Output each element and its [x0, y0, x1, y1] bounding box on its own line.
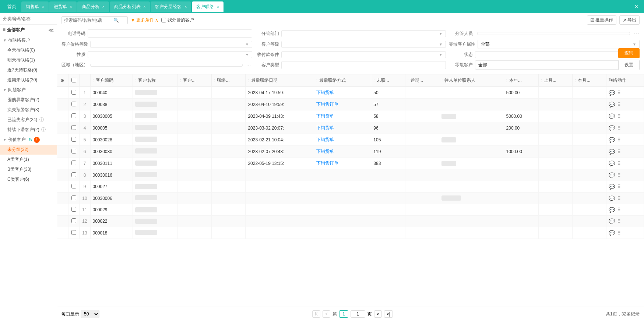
col-type[interactable]: :客户...: [177, 74, 211, 87]
method-link-6[interactable]: 下销售订单: [316, 160, 338, 166]
dots-icon[interactable]: ···: [634, 31, 640, 36]
row-checkbox-0[interactable]: [71, 90, 76, 95]
sidebar-item-today-pending[interactable]: 今天待联络(0): [0, 45, 57, 55]
last-page-button[interactable]: >|: [384, 310, 393, 318]
filter-scatter-attr-select[interactable]: 全部 ▼: [478, 40, 640, 49]
more-action-icon-6[interactable]: ⠿: [617, 160, 621, 166]
cell-checkbox-4[interactable]: [68, 134, 79, 146]
col-last-method[interactable]: :最后联络方式: [314, 74, 371, 87]
tab-product-analysis-list[interactable]: 商品分析列表 ×: [110, 1, 150, 12]
sidebar-item-overdue[interactable]: 逾期未联络(30): [0, 75, 57, 85]
tab-customer-contact-close[interactable]: ×: [217, 5, 219, 9]
more-action-icon-8[interactable]: ⠿: [617, 184, 621, 190]
cell-last-method-2[interactable]: 下销货单: [314, 110, 371, 122]
cell-checkbox-5[interactable]: [68, 146, 79, 158]
cell-last-method-9[interactable]: [314, 193, 371, 204]
method-link-2[interactable]: 下销货单: [316, 113, 334, 119]
row-checkbox-5[interactable]: [71, 149, 76, 154]
per-page-dropdown[interactable]: 50 100 200: [81, 310, 99, 318]
tab-customer-segment-close[interactable]: ×: [184, 5, 187, 9]
tab-purchase[interactable]: 进货单 ×: [49, 1, 77, 12]
sidebar-group-value[interactable]: ▼ 价值客户 ↻ !: [0, 135, 57, 145]
more-conditions-button[interactable]: ▼ 更多条件 ∧: [131, 17, 158, 23]
col-name[interactable]: :客户名称: [133, 74, 178, 87]
cell-last-method-7[interactable]: [314, 169, 371, 181]
cell-last-method-5[interactable]: 下销货单: [314, 146, 371, 158]
method-link-5[interactable]: 下销货单: [316, 149, 334, 154]
tab-customer-segment[interactable]: 客户分层经客 ×: [151, 1, 191, 12]
method-link-4[interactable]: 下销货单: [316, 137, 334, 142]
row-checkbox-4[interactable]: [71, 137, 76, 142]
tab-sales[interactable]: 销售单 ×: [21, 1, 49, 12]
cell-checkbox-11[interactable]: [68, 216, 79, 227]
row-checkbox-10[interactable]: [71, 207, 76, 212]
row-checkbox-2[interactable]: [71, 113, 76, 118]
cell-last-method-11[interactable]: [314, 216, 371, 227]
method-link-0[interactable]: 下销货单: [316, 90, 334, 95]
cell-checkbox-12[interactable]: [68, 227, 79, 239]
reset-button[interactable]: 设置: [618, 60, 640, 70]
col-not-linked[interactable]: :未联...: [371, 74, 405, 87]
sidebar-group-problem[interactable]: ▼ 问题客户: [0, 85, 57, 95]
cell-checkbox-3[interactable]: [68, 122, 79, 134]
sidebar-group-pending[interactable]: ▼ 待联络客户: [0, 35, 57, 45]
sidebar-all-customers[interactable]: ⠿ 全部客户 ≪: [0, 25, 57, 35]
filter-phone-input[interactable]: [88, 29, 252, 38]
page-input[interactable]: [351, 310, 365, 318]
more-action-icon-9[interactable]: ⠿: [617, 195, 621, 201]
filter-manager-select[interactable]: [477, 32, 630, 35]
sidebar-item-tomorrow-pending[interactable]: 明天待联络(1): [0, 55, 57, 65]
filter-price-level-select[interactable]: ▼: [90, 41, 252, 48]
chat-icon-9[interactable]: 💬: [609, 195, 615, 201]
chat-icon-5[interactable]: 💬: [609, 149, 615, 155]
more-action-icon-4[interactable]: ⠿: [617, 137, 621, 143]
select-all-checkbox[interactable]: [71, 78, 76, 82]
col-last-date[interactable]: :最后联络日期: [246, 74, 314, 87]
col-this-month[interactable]: :本月...: [572, 74, 606, 87]
filter-nature-select[interactable]: ▼: [88, 51, 252, 58]
main-search-icon[interactable]: 🔍: [113, 18, 119, 23]
chat-icon-4[interactable]: 💬: [609, 137, 615, 143]
export-button[interactable]: ↗ 导出: [619, 15, 640, 25]
chat-icon-10[interactable]: 💬: [609, 207, 615, 213]
row-checkbox-12[interactable]: [71, 230, 76, 235]
more-action-icon-10[interactable]: ⠿: [617, 207, 621, 213]
cell-last-method-6[interactable]: 下销售订单: [314, 158, 371, 169]
more-action-icon-3[interactable]: ⠿: [617, 125, 621, 131]
chat-icon-3[interactable]: 💬: [609, 125, 615, 131]
my-customers-check[interactable]: [161, 18, 166, 22]
more-action-icon-2[interactable]: ⠿: [617, 113, 621, 119]
row-checkbox-7[interactable]: [71, 172, 76, 177]
chat-icon-2[interactable]: 💬: [609, 113, 615, 119]
tab-product-analysis-list-close[interactable]: ×: [144, 5, 146, 9]
cell-last-method-0[interactable]: 下销货单: [314, 87, 371, 99]
sidebar-item-churned[interactable]: 已流失客户(24) ⓘ: [0, 115, 57, 125]
more-action-icon-11[interactable]: ⠿: [617, 218, 621, 224]
method-link-1[interactable]: 下销售订单: [316, 102, 338, 107]
refresh-icon[interactable]: ↻: [29, 137, 32, 142]
sidebar-item-class-c[interactable]: C类客户(6): [0, 174, 57, 184]
sidebar-item-hoard-anomaly[interactable]: 囤购异常客户(2): [0, 95, 57, 105]
col-overdue[interactable]: :逾期...: [405, 74, 439, 87]
prev-page-button[interactable]: <: [323, 310, 330, 318]
chat-icon-6[interactable]: 💬: [609, 160, 615, 166]
sidebar-item-declining[interactable]: 持续下滑客户(2) ⓘ: [0, 125, 57, 135]
col-this-year[interactable]: :本年...: [504, 74, 538, 87]
cell-last-method-8[interactable]: [314, 181, 371, 193]
col-contact[interactable]: :联络...: [212, 74, 246, 87]
chat-icon-11[interactable]: 💬: [609, 218, 615, 224]
chat-icon-1[interactable]: 💬: [609, 102, 615, 107]
filter-customer-level-select[interactable]: ▼: [281, 41, 446, 48]
col-settings[interactable]: ⚙: [57, 74, 68, 87]
col-checkbox-all[interactable]: [68, 74, 79, 87]
cell-checkbox-0[interactable]: [68, 87, 79, 99]
sidebar-item-class-b[interactable]: B类客户(33): [0, 165, 57, 174]
row-checkbox-6[interactable]: [71, 160, 76, 165]
filter-scatter-cust-select[interactable]: 全部 ▼: [475, 60, 640, 70]
tab-product-analysis[interactable]: 商品分析 ×: [77, 1, 109, 12]
tab-purchase-close[interactable]: ×: [70, 5, 72, 9]
more-action-icon-0[interactable]: ⠿: [617, 90, 621, 96]
sidebar-item-7day-pending[interactable]: 近7天待联络(0): [0, 65, 57, 75]
cell-checkbox-7[interactable]: [68, 169, 79, 181]
cell-checkbox-9[interactable]: [68, 193, 79, 204]
